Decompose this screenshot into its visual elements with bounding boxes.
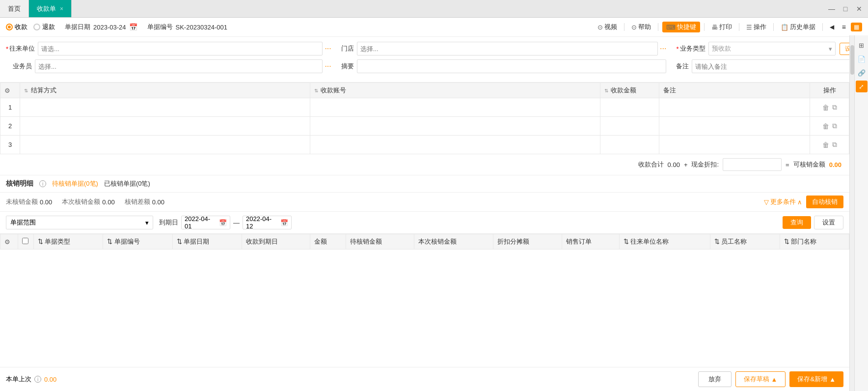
row-settlement-1[interactable] [20, 98, 310, 117]
table-row: 2 🗑 ⧉ [0, 117, 849, 136]
due-date-end-input[interactable]: 2022-04-12 📅 [243, 216, 292, 229]
delete-icon-2[interactable]: 🗑 [822, 122, 829, 130]
tab-home[interactable]: 首页 [0, 0, 29, 17]
row-remark-2[interactable] [659, 117, 810, 136]
business-type-select[interactable]: 预收款 ▾ [708, 42, 836, 56]
history-btn[interactable]: 📋 历史单据 [778, 22, 818, 32]
row-remark-3[interactable] [659, 136, 810, 154]
pending-link[interactable]: 待核销单据(0笔) [52, 179, 98, 188]
copy-icon-2[interactable]: ⧉ [832, 122, 837, 130]
side-table-icon[interactable]: ⊞ [856, 39, 868, 51]
bth-dept: ⇅ 部门名称 [780, 234, 849, 250]
discount-input[interactable] [723, 158, 782, 171]
business-type-group: * 业务类型 预收款 ▾ 设置 [676, 42, 862, 56]
store-more-icon[interactable]: ··· [660, 44, 666, 53]
operation-label: 操作 [754, 23, 766, 31]
prev-btn[interactable]: ◀ [827, 23, 837, 31]
filter-right: 查询 设置 [783, 216, 843, 229]
row-action-1: 🗑 ⧉ [810, 98, 849, 117]
video-btn[interactable]: ⊙ 视频 [595, 22, 620, 32]
row-amount-2[interactable] [600, 117, 659, 136]
sort-icon-doctype: ⇅ [38, 238, 43, 245]
select-all-checkbox[interactable] [22, 238, 28, 244]
store-input[interactable] [357, 42, 658, 56]
row-account-3[interactable] [310, 136, 600, 154]
calendar-start-icon: 📅 [219, 219, 227, 226]
tab-active[interactable]: 收款单 × [29, 0, 72, 17]
row-amount-1[interactable] [600, 98, 659, 117]
scrollbar-thumb[interactable] [850, 45, 854, 75]
copy-icon-3[interactable]: ⧉ [832, 140, 837, 149]
save-draft-btn[interactable]: 保存草稿 ▲ [735, 371, 786, 387]
table-row: 1 🗑 ⧉ [0, 98, 849, 117]
form-row-2: 业务员 ··· 摘要 备注 [6, 59, 862, 73]
sort-icon-docdate: ⇅ [177, 238, 182, 245]
minimize-btn[interactable]: — [827, 4, 837, 14]
sort-icon-counterpart: ⇅ [624, 238, 629, 245]
abandon-btn[interactable]: 放弃 [698, 371, 732, 387]
side-doc-icon[interactable]: 📄 [856, 53, 868, 65]
side-expand-icon[interactable]: ⤢ [856, 81, 868, 92]
bth-doc-date-label: 单据日期 [184, 238, 209, 245]
staff-input[interactable] [35, 59, 323, 73]
row-amount-3[interactable] [600, 136, 659, 154]
table-gear-icon[interactable]: ⚙ [4, 87, 10, 94]
verification-info-icon[interactable]: i [39, 180, 46, 187]
row-settlement-2[interactable] [20, 117, 310, 136]
row-num-2: 2 [0, 117, 20, 136]
calendar-icon[interactable]: 📅 [129, 23, 137, 31]
chevron-up-icon: ∧ [797, 198, 802, 206]
remark-input[interactable] [692, 59, 862, 73]
remark-label: 备注 [676, 62, 689, 71]
row-remark-1[interactable] [659, 98, 810, 117]
scrollbar-track[interactable] [849, 35, 854, 391]
row-account-2[interactable] [310, 117, 600, 136]
done-count: 0笔 [138, 180, 148, 187]
counterpart-input[interactable] [38, 42, 323, 56]
radio-shoukuan[interactable]: 收款 [6, 23, 27, 31]
summary-input[interactable] [357, 59, 667, 73]
dan-num-label: 单据编号 [147, 23, 173, 31]
form-area: * 往来单位 ··· 门店 ··· * 业务类型 预收款 ▾ 设置 [0, 37, 868, 83]
radio-tuikuan[interactable]: 退款 [33, 23, 55, 31]
row-settlement-3[interactable] [20, 136, 310, 154]
tab-close-icon[interactable]: × [60, 5, 63, 12]
current-value: 0.00 [102, 198, 114, 206]
filter-setting-btn[interactable]: 设置 [814, 216, 843, 229]
available-value: 0.00 [829, 161, 841, 168]
save-new-btn[interactable]: 保存&新增 ▲ [789, 371, 843, 387]
counterpart-more-icon[interactable]: ··· [325, 44, 331, 53]
row-account-1[interactable] [310, 98, 600, 117]
nav-icon: ≡ [839, 22, 849, 32]
more-conditions-btn[interactable]: ▽ 更多条件 ∧ [764, 197, 802, 206]
unchecked-value: 0.00 [40, 198, 52, 206]
grid-view-btn[interactable]: ▦ [851, 23, 862, 31]
staff-more-icon[interactable]: ··· [325, 62, 331, 71]
save-new-chevron: ▲ [829, 376, 836, 383]
bth-due-date-label: 收款到期日 [246, 238, 278, 245]
due-date-start-input[interactable]: 2022-04-01 📅 [181, 216, 230, 229]
shortcut-btn[interactable]: ⌨ 快捷键 [662, 22, 700, 32]
print-btn[interactable]: 🖶 打印 [708, 22, 735, 32]
radio-shoukuan-circle [6, 24, 13, 30]
range-select[interactable]: 单据范围 ▾ [6, 216, 153, 229]
bth-sales-order-label: 销售订单 [566, 238, 592, 245]
dan-num-value[interactable]: SK-20230324-001 [176, 24, 228, 31]
dan-date-value[interactable]: 2023-03-24 [93, 24, 126, 31]
business-type-value: 预收款 [712, 44, 731, 53]
delete-icon-3[interactable]: 🗑 [822, 141, 829, 149]
copy-icon-1[interactable]: ⧉ [832, 103, 837, 112]
verification-header: 核销明细 i 待核销单据(0笔) 已核销单据(0笔) [0, 175, 849, 193]
bottom-gear-icon[interactable]: ⚙ [4, 238, 10, 246]
side-link-icon[interactable]: 🔗 [856, 67, 868, 79]
operation-btn[interactable]: ☰ 操作 [743, 22, 769, 32]
footer-info-icon[interactable]: i [34, 376, 41, 383]
auto-verification-btn[interactable]: 自动核销 [806, 196, 843, 208]
done-link[interactable]: 已核销单据(0笔) [104, 179, 150, 188]
maximize-btn[interactable]: □ [841, 4, 850, 14]
close-btn[interactable]: ✕ [854, 4, 864, 14]
save-draft-label: 保存草稿 [744, 375, 769, 384]
query-btn[interactable]: 查询 [783, 216, 811, 229]
help-btn[interactable]: ⊙ 帮助 [628, 22, 654, 32]
delete-icon-1[interactable]: 🗑 [822, 104, 829, 112]
